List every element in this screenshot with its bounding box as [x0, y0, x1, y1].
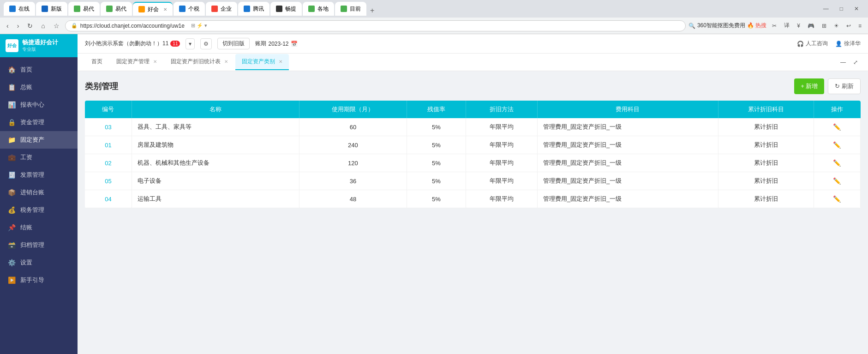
table-row: 05 电子设备 36 5% 年限平均 管理费用_固定资产折旧_一级 累计折旧 ✏… — [85, 172, 861, 190]
browser-tab-shumu[interactable]: 目前 — [335, 2, 366, 16]
sidebar-item-archive[interactable]: 🗃️ 归档管理 — [0, 236, 78, 254]
cell-action[interactable]: ✏️ — [814, 118, 860, 136]
category-table: 编号 名称 使用期限（月） 残值率 折旧方法 费用科目 累计折旧科目 操作 03… — [85, 101, 861, 208]
sidebar-item-label: 结账 — [20, 223, 32, 232]
browser-tab-qiye[interactable]: 企业 — [206, 2, 237, 16]
tab-label: 固定资产类别 — [242, 58, 275, 66]
payroll-icon: 💼 — [7, 154, 16, 161]
browser-tab-zaixian[interactable]: 在线 — [4, 2, 35, 16]
cell-residual: 5% — [407, 172, 466, 190]
sidebar-item-label: 归档管理 — [20, 241, 44, 249]
browser-tab-tengxun[interactable]: 腾讯 — [238, 2, 269, 16]
sidebar-item-payroll[interactable]: 💼 工资 — [0, 149, 78, 166]
calendar-icon[interactable]: 📅 — [291, 41, 298, 47]
edit-icon[interactable]: ✏️ — [833, 195, 841, 203]
user-avatar[interactable]: 👤 徐泽华 — [835, 40, 861, 48]
cell-expense: 管理费用_固定资产折旧_一级 — [537, 172, 718, 190]
page-content: 类别管理 + 新增 ↻ 刷新 编号 名称 使用期限（月） 残值率 折旧方法 费用… — [78, 71, 868, 354]
tab-expand-button[interactable]: ⤢ — [850, 57, 861, 67]
back-button[interactable]: ‹ — [4, 20, 12, 31]
new-tab-button[interactable]: + — [367, 6, 377, 16]
sidebar-item-home[interactable]: 🏠 首页 — [0, 61, 78, 78]
tab-minimize-button[interactable]: — — [838, 57, 849, 67]
minimize-button[interactable]: — — [818, 6, 834, 12]
consult-link[interactable]: 🎧 人工咨询 — [797, 40, 828, 48]
cut-icon[interactable]: ✂ — [769, 20, 779, 31]
menu-icon[interactable]: ≡ — [856, 20, 864, 31]
reload-button[interactable]: ↻ — [24, 20, 36, 31]
currency-icon[interactable]: ¥ — [794, 20, 803, 31]
cell-name: 运输工具 — [132, 190, 299, 208]
sidebar-item-tax[interactable]: 💰 税务管理 — [0, 201, 78, 219]
cell-name: 房屋及建筑物 — [132, 136, 299, 154]
browser-tab-haohui[interactable]: 好会 ✕ — [133, 2, 173, 16]
forward-button[interactable]: › — [14, 20, 22, 31]
close-button[interactable]: ✕ — [849, 6, 864, 12]
add-button[interactable]: + 新增 — [794, 78, 824, 94]
sidebar-item-invoice[interactable]: 🧾 发票管理 — [0, 166, 78, 184]
tab-close-fixed-cat[interactable]: ✕ — [279, 59, 282, 64]
sidebar-item-label: 设置 — [20, 258, 32, 267]
cell-period: 240 — [299, 136, 407, 154]
tab-close-fixed-mgmt[interactable]: ✕ — [153, 59, 157, 64]
browser-tab-changte[interactable]: 畅提 — [270, 2, 302, 16]
address-bar[interactable]: 🔒 https://cloud.chanjet.com/accounting/u… — [65, 20, 686, 31]
browser-tab-yidai1[interactable]: 易代 — [68, 2, 100, 16]
browser-tab-xin[interactable]: 新版 — [36, 2, 67, 16]
tab-home[interactable]: 首页 — [85, 54, 109, 70]
cell-action[interactable]: ✏️ — [814, 136, 860, 154]
cell-action[interactable]: ✏️ — [814, 190, 860, 208]
user-info-text: 刘小艳演示系套（勿删勿动！）11 — [85, 40, 168, 48]
col-header-expense: 费用科目 — [537, 101, 718, 118]
tab-close-fixed-depr[interactable]: ✕ — [224, 59, 228, 64]
cell-expense: 管理费用_固定资产折旧_一级 — [537, 190, 718, 208]
cell-action[interactable]: ✏️ — [814, 154, 860, 172]
dropdown-button[interactable]: ▾ — [186, 38, 195, 49]
sidebar-item-ledger[interactable]: 📋 总账 — [0, 78, 78, 96]
tab-fixed-mgmt[interactable]: 固定资产管理 ✕ — [110, 54, 163, 70]
tab-label: 固定资产管理 — [116, 58, 150, 66]
refresh-button[interactable]: ↻ 刷新 — [828, 78, 861, 94]
bookmark-button[interactable]: ☆ — [51, 20, 62, 31]
browser-tab-yidai2[interactable]: 易代 — [101, 2, 132, 16]
tab-label: 畅提 — [285, 5, 296, 13]
sidebar-item-reports[interactable]: 📊 报表中心 — [0, 96, 78, 114]
theme-icon[interactable]: ☀ — [831, 20, 842, 31]
sidebar-item-guide[interactable]: ▶️ 新手引导 — [0, 271, 78, 289]
tab-label: 在线 — [18, 5, 30, 13]
cell-accumulated: 累计折旧 — [718, 154, 814, 172]
history-icon[interactable]: ↩ — [844, 20, 854, 31]
topbar-user: 刘小艳演示系套（勿删勿动！）11 11 — [85, 40, 180, 48]
settings-topbar-button[interactable]: ⚙ — [200, 38, 212, 49]
tab-fixed-cat[interactable]: 固定资产类别 ✕ — [235, 54, 289, 70]
sidebar-item-settings[interactable]: ⚙️ 设置 — [0, 254, 78, 271]
browser-tab-geshui[interactable]: 个税 — [174, 2, 205, 16]
translate-icon[interactable]: 译 — [781, 20, 792, 31]
home-button[interactable]: ⌂ — [38, 20, 48, 31]
sidebar-item-fixed-assets[interactable]: 📁 固定资产 — [0, 131, 78, 149]
sidebar-item-sales[interactable]: 📦 进销台账 — [0, 184, 78, 201]
game-icon[interactable]: 🎮 — [805, 20, 817, 31]
cell-name: 电子设备 — [132, 172, 299, 190]
grid-icon[interactable]: ⊞ — [819, 20, 829, 31]
sidebar-item-funds[interactable]: 🔒 资金管理 — [0, 114, 78, 131]
maximize-button[interactable]: □ — [834, 6, 849, 12]
switch-version-button[interactable]: 切到旧版 — [217, 38, 250, 49]
cell-residual: 5% — [407, 136, 466, 154]
edit-icon[interactable]: ✏️ — [833, 177, 841, 185]
cell-residual: 5% — [407, 118, 466, 136]
browser-tab-close-haohui[interactable]: ✕ — [163, 7, 167, 12]
page-title: 类别管理 — [85, 81, 118, 92]
edit-icon[interactable]: ✏️ — [833, 159, 841, 167]
tab-fixed-depr[interactable]: 固定资产折旧统计表 ✕ — [164, 54, 234, 70]
sidebar-item-close[interactable]: 📌 结账 — [0, 219, 78, 236]
browser-tab-gedi[interactable]: 各地 — [303, 2, 334, 16]
ssl-lock-icon: 🔒 — [71, 23, 78, 29]
topbar-right: 🎧 人工咨询 👤 徐泽华 — [797, 40, 861, 48]
search-text: 360智能抠图免费用 — [697, 22, 745, 30]
topbar: 刘小艳演示系套（勿删勿动！）11 11 ▾ ⚙ 切到旧版 账期 2023-12 … — [78, 34, 868, 54]
cell-action[interactable]: ✏️ — [814, 172, 860, 190]
edit-icon[interactable]: ✏️ — [833, 123, 841, 131]
cell-id: 05 — [85, 172, 132, 190]
edit-icon[interactable]: ✏️ — [833, 141, 841, 149]
